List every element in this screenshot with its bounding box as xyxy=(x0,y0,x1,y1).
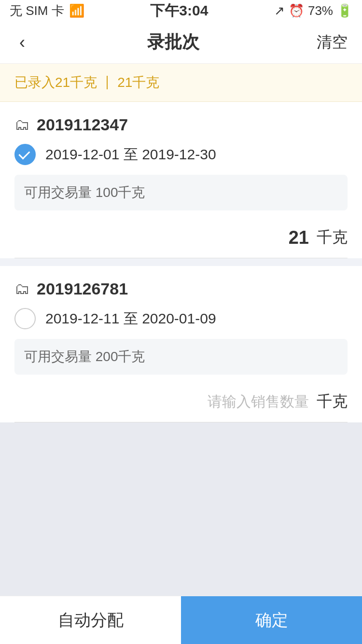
page-content: 已录入21千克 21千克 🗂 2019112347 2019-12-01 至 2… xyxy=(0,64,362,644)
auto-distribute-button[interactable]: 自动分配 xyxy=(0,596,181,644)
batch-2-header: 🗂 2019126781 xyxy=(0,266,362,303)
batch-icon-1: 🗂 xyxy=(14,116,30,134)
summary-divider xyxy=(107,76,108,89)
batch-1-date: 2019-12-01 至 2019-12-30 xyxy=(45,145,216,165)
batch-2-radio[interactable] xyxy=(14,308,36,329)
batch-2-placeholder: 请输入销售数量 xyxy=(14,392,309,412)
clear-button[interactable]: 清空 xyxy=(317,32,348,53)
summary-label: 已录入21千克 xyxy=(14,73,97,92)
alarm-icon: ⏰ xyxy=(289,3,304,18)
section-divider xyxy=(0,258,362,266)
batch-card-2: 🗂 2019126781 2019-12-11 至 2020-01-09 可用交… xyxy=(0,266,362,422)
status-bar: 无 SIM 卡 📶 下午3:04 ↗ ⏰ 73% 🔋 xyxy=(0,0,362,21)
summary-value: 21千克 xyxy=(117,73,159,92)
status-right: ↗ ⏰ 73% 🔋 xyxy=(274,3,352,18)
batch-2-date: 2019-12-11 至 2020-01-09 xyxy=(45,309,216,329)
summary-banner: 已录入21千克 21千克 xyxy=(0,64,362,102)
batch-1-header: 🗂 2019112347 xyxy=(0,102,362,139)
battery-level: 73% xyxy=(308,3,333,18)
wifi-icon: 📶 xyxy=(69,3,84,18)
bottom-bar: 自动分配 确定 xyxy=(0,596,362,644)
status-time: 下午3:04 xyxy=(150,1,208,21)
batch-1-amount-input[interactable] xyxy=(232,227,309,248)
batch-2-amount-row: 请输入销售数量 千克 xyxy=(0,383,362,422)
nav-bar: ‹ 录批次 清空 xyxy=(0,21,362,64)
page-title: 录批次 xyxy=(147,30,199,54)
batch-1-available: 可用交易量 100千克 xyxy=(14,175,348,210)
battery-icon: 🔋 xyxy=(337,3,352,18)
back-icon: ‹ xyxy=(19,32,25,52)
confirm-button[interactable]: 确定 xyxy=(181,596,362,644)
batch-2-date-row: 2019-12-11 至 2020-01-09 xyxy=(0,303,362,334)
batch-1-unit: 千克 xyxy=(317,227,348,248)
location-icon: ↗ xyxy=(274,3,285,18)
batch-1-radio[interactable] xyxy=(14,144,36,165)
batch-2-available: 可用交易量 200千克 xyxy=(14,339,348,375)
back-button[interactable]: ‹ xyxy=(14,28,30,57)
status-left: 无 SIM 卡 📶 xyxy=(10,2,84,19)
batch-card-1: 🗂 2019112347 2019-12-01 至 2019-12-30 可用交… xyxy=(0,102,362,258)
batch-1-amount-row: 千克 xyxy=(0,219,362,258)
batch-1-id: 2019112347 xyxy=(37,115,128,134)
sim-status: 无 SIM 卡 xyxy=(10,2,64,19)
bottom-spacer xyxy=(0,422,362,616)
batch-icon-2: 🗂 xyxy=(14,280,30,298)
batch-1-date-row: 2019-12-01 至 2019-12-30 xyxy=(0,139,362,170)
batch-2-id: 2019126781 xyxy=(37,280,128,298)
batch-2-unit: 千克 xyxy=(317,391,348,412)
